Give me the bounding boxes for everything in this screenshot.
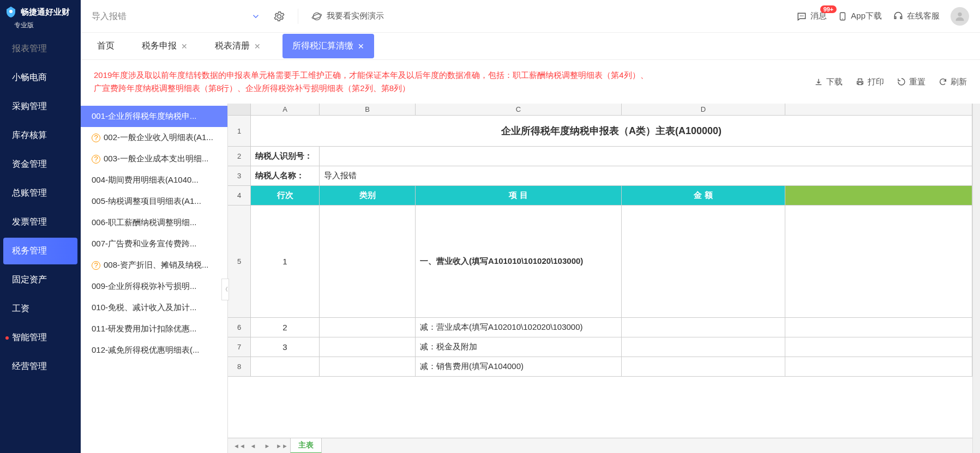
- message-button[interactable]: 消息 99+: [796, 11, 827, 22]
- col-header-b[interactable]: B: [320, 104, 416, 115]
- cell-extra[interactable]: [785, 357, 972, 376]
- col-header-c[interactable]: C: [416, 104, 622, 115]
- tab[interactable]: 所得税汇算清缴✕: [282, 34, 374, 58]
- col-header-d[interactable]: D: [622, 104, 785, 115]
- svg-point-4: [801, 15, 802, 16]
- th-amount[interactable]: 金 额: [622, 186, 785, 205]
- tree-item[interactable]: 007-广告费和业务宣传费跨...: [81, 233, 227, 255]
- tree-item[interactable]: 004-期间费用明细表(A1040...: [81, 170, 227, 191]
- vertical-scrollbar[interactable]: [972, 104, 980, 453]
- reset-button[interactable]: 重置: [897, 77, 925, 87]
- avatar[interactable]: [951, 7, 969, 26]
- taxpayer-id-value[interactable]: [320, 147, 972, 166]
- taxpayer-name-value[interactable]: 导入报错: [320, 166, 972, 185]
- cell-category[interactable]: [320, 318, 416, 337]
- cell-amount[interactable]: [622, 337, 785, 357]
- row-header[interactable]: 8: [228, 357, 251, 376]
- sidebar-item[interactable]: 经营管理: [0, 352, 81, 381]
- sidebar-item[interactable]: 总账管理: [0, 179, 81, 208]
- sidebar-item[interactable]: 发票管理: [0, 208, 81, 237]
- tree-item[interactable]: ?003-一般企业成本支出明细...: [81, 148, 227, 170]
- planet-icon: [311, 11, 322, 22]
- demo-link-label: 我要看实例演示: [327, 11, 384, 21]
- sheet-nav-first[interactable]: ◄◄: [233, 443, 244, 449]
- tree-item[interactable]: 006-职工薪酬纳税调整明细...: [81, 212, 227, 233]
- cell-extra[interactable]: [785, 337, 972, 357]
- tab[interactable]: 税表清册✕: [209, 36, 266, 56]
- report-title[interactable]: 企业所得税年度纳税申报表（A类）主表(A100000): [251, 116, 972, 146]
- row-header[interactable]: 6: [228, 318, 251, 337]
- tree-item[interactable]: 011-研发费用加计扣除优惠...: [81, 318, 227, 340]
- sheet-nav-prev[interactable]: ◄: [248, 443, 258, 449]
- tab[interactable]: 税务申报✕: [136, 36, 193, 56]
- download-button[interactable]: 下载: [814, 77, 843, 87]
- tab-close-icon[interactable]: ✕: [358, 42, 364, 51]
- sheet-row: 1 企业所得税年度纳税申报表（A类）主表(A100000): [228, 116, 972, 147]
- cell-item[interactable]: 减：销售费用(填写A104000): [416, 357, 622, 376]
- sidebar-item[interactable]: 资金管理: [0, 150, 81, 179]
- search-dropdown-icon[interactable]: [251, 11, 261, 21]
- sidebar-item[interactable]: 采购管理: [0, 92, 81, 121]
- cell-extra[interactable]: [785, 318, 972, 337]
- refresh-button[interactable]: 刷新: [939, 77, 967, 87]
- cell-line[interactable]: 1: [251, 206, 320, 317]
- tab-close-icon[interactable]: ✕: [181, 42, 188, 51]
- cell-category[interactable]: [320, 357, 416, 376]
- tree-item[interactable]: 005-纳税调整项目明细表(A1...: [81, 191, 227, 212]
- th-line[interactable]: 行次: [251, 186, 320, 205]
- cell-amount[interactable]: [622, 206, 785, 317]
- search-input[interactable]: [92, 11, 244, 21]
- tree-item[interactable]: 012-减免所得税优惠明细表(...: [81, 340, 227, 361]
- cell-amount[interactable]: [622, 357, 785, 376]
- tab[interactable]: 首页: [92, 36, 120, 56]
- row-header[interactable]: 7: [228, 337, 251, 357]
- sidebar-item[interactable]: 报表管理: [0, 34, 81, 63]
- tree-item[interactable]: ?008-资产折旧、摊销及纳税...: [81, 255, 227, 276]
- taxpayer-name-label[interactable]: 纳税人名称：: [251, 166, 320, 185]
- col-header-rest[interactable]: [785, 104, 972, 115]
- row-header[interactable]: 3: [228, 166, 251, 185]
- tab-close-icon[interactable]: ✕: [254, 42, 261, 51]
- cell-line[interactable]: 2: [251, 318, 320, 337]
- col-header-a[interactable]: A: [251, 104, 320, 115]
- cell-line[interactable]: 3: [251, 337, 320, 357]
- sidebar-item[interactable]: 小畅电商: [0, 63, 81, 92]
- sidebar-item[interactable]: 税务管理: [3, 238, 77, 264]
- sidebar-item[interactable]: 固定资产: [0, 265, 81, 294]
- sheet-nav-next[interactable]: ►: [262, 443, 273, 449]
- svg-point-3: [800, 15, 801, 16]
- th-extra[interactable]: [785, 186, 972, 205]
- sidebar-item[interactable]: 库存核算: [0, 121, 81, 150]
- help-icon: ?: [92, 261, 100, 270]
- collapse-handle[interactable]: 《: [221, 279, 229, 300]
- cell-category[interactable]: [320, 206, 416, 317]
- sidebar-item[interactable]: 智能管理: [0, 323, 81, 352]
- support-button[interactable]: 在线客服: [893, 11, 940, 22]
- tree-item[interactable]: ?002-一般企业收入明细表(A1...: [81, 127, 227, 148]
- print-button[interactable]: 打印: [856, 77, 884, 87]
- th-category[interactable]: 类别: [320, 186, 416, 205]
- cell-amount[interactable]: [622, 318, 785, 337]
- cell-category[interactable]: [320, 337, 416, 357]
- cell-item[interactable]: 一、营业收入(填写A101010\101020\103000): [416, 206, 622, 317]
- row-header[interactable]: 5: [228, 206, 251, 317]
- taxpayer-id-label[interactable]: 纳税人识别号：: [251, 147, 320, 166]
- row-header[interactable]: 1: [228, 116, 251, 146]
- row-header[interactable]: 4: [228, 186, 251, 205]
- tree-item[interactable]: 010-免税、减计收入及加计...: [81, 297, 227, 318]
- row-header[interactable]: 2: [228, 147, 251, 166]
- cell-item[interactable]: 减：税金及附加: [416, 337, 622, 357]
- demo-link[interactable]: 我要看实例演示: [311, 11, 384, 22]
- sidebar-item[interactable]: 工资: [0, 294, 81, 323]
- cell-extra[interactable]: [785, 206, 972, 317]
- th-item[interactable]: 项 目: [416, 186, 622, 205]
- tree-item[interactable]: 001-企业所得税年度纳税申...: [81, 106, 227, 127]
- corner-cell[interactable]: [228, 104, 251, 115]
- cell-item[interactable]: 减：营业成本(填写A102010\102020\103000): [416, 318, 622, 337]
- tree-item[interactable]: 009-企业所得税弥补亏损明...: [81, 276, 227, 297]
- sheet-tab-main[interactable]: 主表: [290, 438, 322, 453]
- app-download-button[interactable]: App下载: [838, 11, 882, 22]
- cell-line[interactable]: [251, 357, 320, 376]
- settings-icon[interactable]: [274, 11, 285, 22]
- sheet-nav-last[interactable]: ►►: [276, 443, 287, 449]
